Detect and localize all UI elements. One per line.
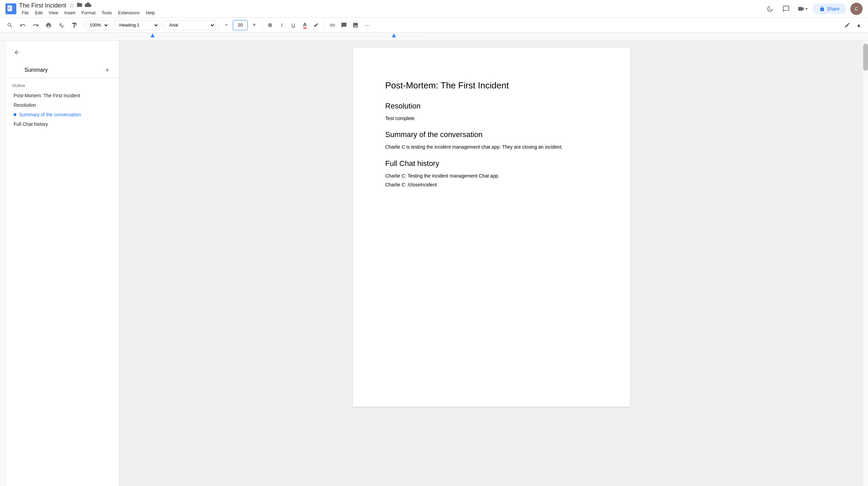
summary-body: Charlie C is testing the incident manage… [385, 143, 597, 151]
sidebar-top [5, 46, 119, 63]
menu-format[interactable]: Format [79, 10, 98, 16]
title-section: The First Incident ☆ File Edit View Inse… [19, 1, 761, 16]
comment-button[interactable] [339, 20, 349, 30]
increase-font-button[interactable]: + [249, 20, 259, 30]
more-options-button[interactable]: ⋯ [362, 20, 372, 30]
resolution-heading: Resolution [385, 102, 597, 111]
undo-button[interactable] [17, 20, 29, 31]
document-area[interactable]: Post-Mortem: The First Incident Resoluti… [119, 41, 863, 486]
formatting-toolbar: 100% 75% 125% 150% Heading 1 Normal text… [0, 18, 868, 33]
comments-button[interactable] [780, 3, 792, 15]
svg-rect-2 [8, 7, 10, 7]
summary-section: Summary + [5, 63, 119, 78]
svg-rect-3 [8, 8, 11, 8]
divider-6 [324, 21, 325, 29]
svg-marker-7 [392, 33, 396, 37]
text-color-button[interactable]: A [300, 20, 310, 30]
document-title[interactable]: The First Incident [19, 2, 66, 9]
divider-5 [262, 21, 262, 29]
outline-item-chat[interactable]: Full Chat history [11, 119, 114, 129]
svg-rect-4 [8, 9, 10, 9]
divider-3 [162, 21, 162, 29]
doc-title-row: The First Incident ☆ [19, 1, 761, 10]
outline-item-label: Post-Mortem: The First Incident [14, 93, 80, 98]
star-icon[interactable]: ☆ [69, 2, 74, 9]
menu-tools[interactable]: Tools [99, 10, 115, 16]
document-sidebar: Summary + Outline Post-Mortem: The First… [5, 41, 119, 486]
menu-help[interactable]: Help [143, 10, 158, 16]
text-style-select[interactable]: Heading 1 Normal text Heading 2 Heading … [115, 20, 159, 30]
print-button[interactable] [43, 20, 54, 31]
image-button[interactable] [350, 20, 361, 30]
link-button[interactable] [327, 20, 337, 30]
chat-line-1: Charlie C: Testing the incident manageme… [385, 172, 597, 180]
font-size-input[interactable] [233, 20, 248, 30]
collapse-toolbar-button[interactable]: ▲ [854, 20, 864, 30]
chat-history-heading: Full Chat history [385, 159, 597, 168]
bold-button[interactable]: B [265, 20, 275, 30]
outline-item-label: Summary of the conversation [19, 112, 81, 117]
document-title-heading: Post-Mortem: The First Incident [385, 80, 597, 91]
summary-label: Summary [24, 67, 48, 73]
outline-item-label: Resolution [14, 102, 36, 108]
summary-heading: Summary of the conversation [385, 130, 597, 139]
svg-marker-6 [151, 33, 155, 37]
main-area: Summary + Outline Post-Mortem: The First… [0, 41, 868, 486]
menu-edit[interactable]: Edit [32, 10, 45, 16]
doc-icon [5, 3, 16, 14]
menu-view[interactable]: View [46, 10, 61, 16]
divider-2 [112, 21, 112, 29]
chat-line-2: Charlie C: /closeIncident [385, 181, 597, 188]
redo-button[interactable] [30, 20, 41, 31]
highlight-button[interactable] [311, 20, 322, 30]
spellcheck-button[interactable] [56, 20, 67, 31]
edit-mode-button[interactable] [842, 20, 852, 30]
underline-button[interactable]: U [288, 20, 298, 30]
paint-format-button[interactable] [69, 20, 80, 31]
user-avatar[interactable]: C [850, 3, 863, 15]
add-summary-button[interactable]: + [103, 65, 112, 75]
history-button[interactable] [764, 3, 776, 15]
outline-label: Outline [11, 83, 114, 88]
decrease-font-button[interactable]: − [221, 20, 231, 30]
title-bar: The First Incident ☆ File Edit View Inse… [0, 0, 868, 18]
folder-icon[interactable] [76, 2, 83, 9]
outline-item-resolution[interactable]: Resolution [11, 100, 114, 110]
title-icons: ☆ [69, 1, 91, 10]
divider-4 [218, 21, 219, 29]
zoom-select[interactable]: 100% 75% 125% 150% [86, 20, 109, 30]
menu-extensions[interactable]: Extensions [115, 10, 142, 16]
menu-bar: File Edit View Insert Format Tools Exten… [19, 10, 761, 16]
resolution-body: Test complete [385, 115, 597, 122]
font-select[interactable]: Arial Times New Roman Courier New [165, 20, 215, 30]
share-button[interactable]: Share [813, 3, 846, 14]
cloud-icon[interactable] [85, 1, 91, 10]
video-call-button[interactable]: ▾ [796, 3, 809, 15]
divider-1 [83, 21, 83, 29]
outline-item-title[interactable]: Post-Mortem: The First Incident [11, 91, 114, 100]
title-bar-right: ▾ Share C [764, 3, 863, 15]
right-scrollbar[interactable] [863, 41, 868, 486]
back-button[interactable] [11, 46, 23, 58]
outline-section: Outline Post-Mortem: The First Incident … [5, 83, 119, 129]
ruler [0, 33, 868, 41]
menu-insert[interactable]: Insert [62, 10, 78, 16]
menu-file[interactable]: File [19, 10, 32, 16]
active-indicator [14, 113, 16, 116]
search-button[interactable] [4, 20, 16, 31]
italic-button[interactable]: I [277, 20, 287, 30]
share-label: Share [827, 6, 839, 12]
left-margin [0, 41, 5, 486]
outline-item-label: Full Chat history [14, 121, 48, 127]
document-page: Post-Mortem: The First Incident Resoluti… [353, 48, 630, 407]
outline-item-summary[interactable]: Summary of the conversation [11, 110, 114, 119]
